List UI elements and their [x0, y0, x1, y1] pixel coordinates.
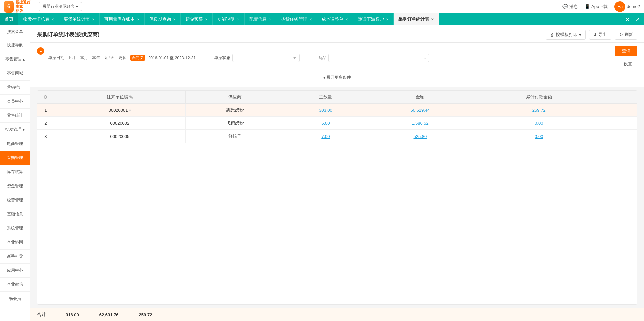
- chevron-down-icon: ▾: [23, 127, 25, 132]
- close-icon[interactable]: ✕: [205, 18, 208, 21]
- tab-overstock-warning[interactable]: 超储预警 ✕: [181, 13, 213, 25]
- shortcut-more[interactable]: 更多: [117, 54, 128, 61]
- ellipsis-icon[interactable]: ···: [422, 55, 426, 60]
- custom-date-badge[interactable]: 自定义: [130, 55, 145, 61]
- sidebar-item-marketing[interactable]: 营销推广: [0, 81, 30, 95]
- message-button[interactable]: 💬 消息: [562, 4, 578, 10]
- col-supplier: 供应商: [186, 91, 284, 104]
- close-all-tabs-button[interactable]: ✕: [624, 16, 631, 23]
- table-wrapper: ⚙ 往来单位编码 供应商 主数量 金额 累计付款金额 1 000200: [37, 90, 637, 305]
- sidebar-item-member-center[interactable]: 会员中心: [0, 95, 30, 109]
- sidebar-item-retail-manage[interactable]: 零售管理 ▴: [0, 52, 30, 66]
- nav-tabs: 首页 收发存汇总表 ✕ 要货单统计表 ✕ 可用量库存账本 ✕ 保质期查询 ✕ 超…: [0, 13, 644, 25]
- cell-extra: [605, 130, 637, 143]
- sidebar-item-finance[interactable]: 资金管理: [0, 179, 30, 193]
- close-icon[interactable]: ✕: [237, 18, 239, 21]
- col-paid: 累计付款金额: [473, 91, 605, 104]
- close-icon[interactable]: ✕: [92, 18, 95, 21]
- close-icon[interactable]: ✕: [51, 18, 54, 21]
- chevron-down-icon: ▴: [23, 57, 25, 62]
- tab-purchase-order-stats[interactable]: 采购订单统计表 ✕: [394, 13, 439, 25]
- sidebar-item-enterprise[interactable]: 企业协同: [0, 235, 30, 250]
- cell-index: 2: [37, 117, 54, 130]
- close-icon[interactable]: ✕: [269, 18, 271, 21]
- footer-qty: 316.00: [66, 312, 79, 317]
- print-button[interactable]: 🖨 按模板打印 ▾: [546, 30, 586, 40]
- col-qty: 主数量: [284, 91, 367, 104]
- sidebar-item-inventory[interactable]: 库存核算: [0, 165, 30, 179]
- cell-index: 1: [37, 104, 54, 117]
- shortcut-this-month[interactable]: 本月: [78, 54, 89, 61]
- col-extra: [605, 91, 637, 104]
- logo: 6 畅捷通好生意 标版: [4, 0, 34, 13]
- cell-amount: 1,586.52: [367, 117, 473, 130]
- table-row: 3 00020005 好孩子 7.00 525.80 0.00: [37, 130, 637, 143]
- maximize-button[interactable]: ⤢: [634, 16, 641, 23]
- sidebar-item-retail-store[interactable]: 零售商城: [0, 66, 30, 81]
- filter-collapse-button[interactable]: ▸: [37, 47, 44, 55]
- close-icon[interactable]: ✕: [431, 18, 434, 21]
- query-button[interactable]: 查询: [615, 46, 637, 56]
- tab-expiry-query[interactable]: 保质期查询 ✕: [145, 13, 181, 25]
- logo-icon: 6: [4, 1, 14, 13]
- expand-row-icon[interactable]: ▾: [129, 108, 131, 113]
- sidebar-item-system[interactable]: 系统管理: [0, 221, 30, 235]
- date-range-display: 2016-01-01 至 2023-12-31: [148, 56, 196, 60]
- tab-available-stock[interactable]: 可用量库存账本 ✕: [100, 13, 145, 25]
- goods-search-input[interactable]: [331, 55, 421, 60]
- filter-right-actions: 查询 设置: [615, 46, 637, 69]
- sidebar-item-quick-nav[interactable]: 快捷导航: [0, 38, 30, 52]
- cell-unit-code: 00020002: [54, 117, 186, 130]
- sidebar-item-ecommerce[interactable]: 电商管理: [0, 137, 30, 151]
- sidebar-item-newbie[interactable]: 新手引导: [0, 250, 30, 264]
- sidebar-item-operations[interactable]: 经营管理: [0, 193, 30, 207]
- sidebar-item-basic-info[interactable]: 基础信息: [0, 207, 30, 221]
- close-icon[interactable]: ✕: [345, 18, 348, 21]
- tab-cost-adjust[interactable]: 成本调整单 ✕: [317, 13, 353, 25]
- close-icon[interactable]: ✕: [386, 18, 389, 21]
- cell-supplier: 好孩子: [186, 130, 284, 143]
- close-icon[interactable]: ✕: [137, 18, 140, 21]
- close-icon[interactable]: ✕: [173, 18, 176, 21]
- sidebar-item-search[interactable]: 搜索菜单: [0, 25, 30, 38]
- nav-tabs-end: ✕ ⤢: [624, 16, 644, 23]
- tab-pick-task[interactable]: 拣货任务管理 ✕: [276, 13, 317, 25]
- message-icon: 💬: [562, 4, 568, 9]
- refresh-button[interactable]: ↻ 刷新: [615, 30, 637, 40]
- content-area: 采购订单统计表(按供应商) 🖨 按模板打印 ▾ ⬇ 导出 ↻ 刷新: [30, 25, 644, 321]
- tab-order-stats[interactable]: 要货单统计表 ✕: [59, 13, 100, 25]
- tab-stock-summary[interactable]: 收发存汇总表 ✕: [18, 13, 59, 25]
- cell-index: 3: [37, 130, 54, 143]
- status-select[interactable]: ▾: [232, 54, 300, 62]
- cell-supplier: 飞鹤奶粉: [186, 117, 284, 130]
- close-icon[interactable]: ✕: [309, 18, 312, 21]
- tab-config[interactable]: 配置信息 ✕: [245, 13, 276, 25]
- sidebar-item-wholesale[interactable]: 批发管理 ▾: [0, 123, 30, 137]
- setting-button[interactable]: 设置: [619, 59, 637, 69]
- sidebar-item-app-center[interactable]: 应用中心: [0, 264, 30, 278]
- column-settings-icon[interactable]: ⚙: [43, 94, 48, 100]
- shortcut-last-month[interactable]: 上月: [66, 54, 77, 61]
- sidebar: 搜索菜单 快捷导航 零售管理 ▴ 零售商城 营销推广 会员中心 零售统计 批发管…: [0, 25, 30, 321]
- shortcut-this-year[interactable]: 本年: [91, 54, 101, 61]
- tab-function-desc[interactable]: 功能说明 ✕: [213, 13, 245, 25]
- sidebar-item-member[interactable]: 畅会员: [0, 292, 30, 306]
- sidebar-item-retail-stats[interactable]: 零售统计: [0, 109, 30, 123]
- workspace-selector[interactable]: 母婴行业演示账套 ▾: [39, 2, 82, 11]
- cell-amount: 525.80: [367, 130, 473, 143]
- page-header: 采购订单统计表(按供应商) 🖨 按模板打印 ▾ ⬇ 导出 ↻ 刷新: [30, 25, 644, 43]
- chevron-down-icon: ▾: [323, 75, 325, 80]
- cell-supplier: 惠氏奶粉: [186, 104, 284, 117]
- expand-more-button[interactable]: ▾ 展开更多条件: [323, 73, 351, 82]
- page-title: 采购订单统计表(按供应商): [37, 31, 100, 38]
- tab-invite-downstream[interactable]: 邀请下游客户 ✕: [353, 13, 394, 25]
- goods-input[interactable]: ···: [328, 54, 429, 62]
- sidebar-item-purchase[interactable]: 采购管理: [0, 151, 30, 165]
- shortcut-7days[interactable]: 近7天: [103, 54, 116, 61]
- app-download-button[interactable]: 📱 App下载: [585, 4, 608, 10]
- table-row: 2 00020002 飞鹤奶粉 6.00 1,586.52 0.00: [37, 117, 637, 130]
- sidebar-item-wechat[interactable]: 企业微信: [0, 278, 30, 292]
- tab-home[interactable]: 首页: [0, 13, 18, 25]
- export-button[interactable]: ⬇ 导出: [589, 30, 611, 40]
- user-profile[interactable]: Ea demo2: [614, 1, 640, 12]
